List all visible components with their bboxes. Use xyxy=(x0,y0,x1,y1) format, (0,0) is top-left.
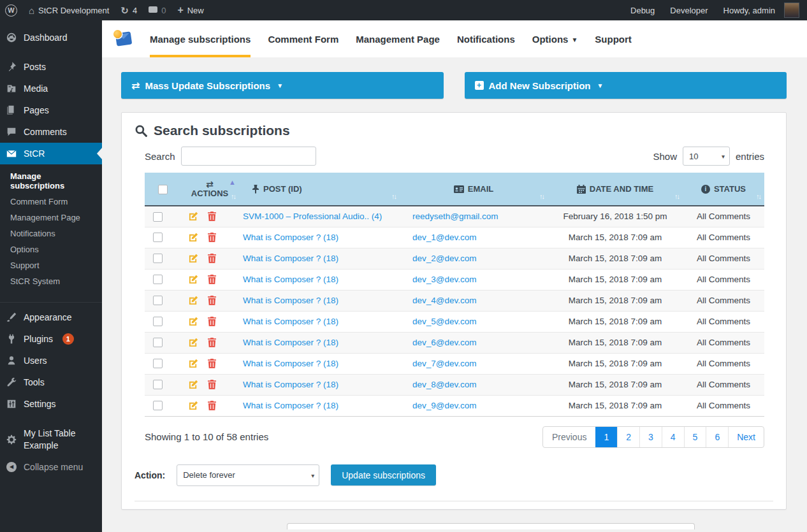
sort-arrows-icon[interactable]: ↑↓ xyxy=(391,192,396,200)
row-checkbox[interactable] xyxy=(153,338,163,347)
post-link[interactable]: What is Composer ? (18) xyxy=(243,380,338,389)
edit-icon[interactable] xyxy=(189,212,198,221)
pagination-page-4[interactable]: 4 xyxy=(662,427,684,447)
edit-icon[interactable] xyxy=(189,233,198,242)
sidebar-item-my-list-table-example[interactable]: My List Table Example xyxy=(0,422,102,457)
edit-icon[interactable] xyxy=(189,359,198,368)
post-link[interactable]: What is Composer ? (18) xyxy=(243,275,338,284)
submenu-item-support[interactable]: Support xyxy=(8,257,96,273)
delete-icon[interactable] xyxy=(208,254,216,263)
edit-icon[interactable] xyxy=(189,338,198,347)
email-link[interactable]: dev_8@dev.com xyxy=(412,380,477,389)
email-link[interactable]: reedyseth@gmail.com xyxy=(412,212,498,221)
sidebar-item-settings[interactable]: Settings xyxy=(0,393,102,415)
pagination-next[interactable]: Next xyxy=(728,427,764,447)
sidebar-item-stcr[interactable]: StCR xyxy=(0,143,102,164)
post-link[interactable]: What is Composer ? (18) xyxy=(243,317,338,326)
column-header-actions[interactable]: ⇄ ACTIONS ▲ ↑↓ xyxy=(180,173,239,206)
delete-icon[interactable] xyxy=(208,401,216,410)
wordpress-logo-menu[interactable]: W xyxy=(5,4,17,17)
edit-icon[interactable] xyxy=(189,296,198,305)
email-link[interactable]: dev_6@dev.com xyxy=(412,338,477,347)
pagination-page-5[interactable]: 5 xyxy=(684,427,706,447)
post-link[interactable]: What is Composer ? (18) xyxy=(243,233,338,242)
email-link[interactable]: dev_2@dev.com xyxy=(412,254,477,263)
sidebar-item-posts[interactable]: Posts xyxy=(0,56,102,78)
sidebar-item-pages[interactable]: Pages xyxy=(0,99,102,121)
submenu-item-manage-subscriptions[interactable]: Manage subscriptions xyxy=(8,168,78,194)
update-subscriptions-button[interactable]: Update subscriptions xyxy=(331,464,436,485)
post-link[interactable]: What is Composer ? (18) xyxy=(243,254,338,263)
pagination-page-2[interactable]: 2 xyxy=(617,427,639,447)
post-link[interactable]: What is Composer ? (18) xyxy=(243,359,338,368)
comments-link[interactable]: 0 xyxy=(149,6,166,15)
pagination-previous[interactable]: Previous xyxy=(543,427,595,447)
debug-link[interactable]: Debug xyxy=(630,6,655,15)
delete-icon[interactable] xyxy=(208,380,216,389)
column-header-status[interactable]: i STATUS ↑↓ xyxy=(683,173,764,206)
submenu-item-stcr-system[interactable]: StCR System xyxy=(8,273,96,289)
bulk-action-select[interactable]: Delete forever xyxy=(177,464,319,486)
post-link[interactable]: What is Composer ? (18) xyxy=(243,296,338,305)
row-checkbox[interactable] xyxy=(153,380,163,389)
submenu-item-comment-form[interactable]: Comment Form xyxy=(8,194,96,210)
submenu-item-notifications[interactable]: Notifications xyxy=(8,226,96,241)
column-header-post[interactable]: POST (ID) ↑↓ xyxy=(239,173,400,206)
sidebar-item-media[interactable]: Media xyxy=(0,78,102,99)
delete-icon[interactable] xyxy=(208,233,216,242)
new-content-link[interactable]: + New xyxy=(177,5,203,15)
sidebar-item-tools[interactable]: Tools xyxy=(0,371,102,393)
row-checkbox[interactable] xyxy=(153,359,163,368)
submenu-item-options[interactable]: Options xyxy=(8,241,96,257)
sidebar-item-comments[interactable]: Comments xyxy=(0,121,102,143)
delete-icon[interactable] xyxy=(208,338,216,347)
tab-support[interactable]: Support xyxy=(595,20,632,57)
mass-update-subscriptions-button[interactable]: ⇄ Mass Update Subscriptions ▼ xyxy=(121,72,444,99)
column-header-email[interactable]: EMAIL ↑↓ xyxy=(400,173,548,206)
row-checkbox[interactable] xyxy=(153,233,163,242)
sidebar-item-users[interactable]: Users xyxy=(0,350,102,371)
pagination-page-1[interactable]: 1 xyxy=(595,427,617,447)
sort-arrows-icon[interactable]: ↑↓ xyxy=(674,192,679,200)
search-input[interactable] xyxy=(181,147,316,166)
row-checkbox[interactable] xyxy=(153,254,163,263)
per-page-select[interactable]: 10 xyxy=(683,147,730,166)
delete-icon[interactable] xyxy=(208,275,216,284)
sort-arrows-icon[interactable]: ↑↓ xyxy=(231,192,235,200)
email-link[interactable]: dev_9@dev.com xyxy=(412,401,477,410)
sidebar-item-appearance[interactable]: Appearance xyxy=(0,306,102,328)
edit-icon[interactable] xyxy=(189,254,198,263)
tab-comment-form[interactable]: Comment Form xyxy=(268,20,338,57)
account-menu[interactable]: Howdy, admin xyxy=(723,3,799,18)
email-link[interactable]: dev_3@dev.com xyxy=(412,275,477,284)
sort-ascending-icon[interactable]: ▲ xyxy=(229,178,236,186)
tab-notifications[interactable]: Notifications xyxy=(457,20,515,57)
post-link[interactable]: What is Composer ? (18) xyxy=(243,401,338,410)
add-new-subscription-button[interactable]: + Add New Subscription ▼ xyxy=(465,72,787,99)
email-link[interactable]: dev_7@dev.com xyxy=(412,359,477,368)
sidebar-item-plugins[interactable]: Plugins 1 xyxy=(0,328,102,350)
pagination-page-3[interactable]: 3 xyxy=(639,427,662,447)
sort-arrows-icon[interactable]: ↑↓ xyxy=(539,192,544,200)
post-link[interactable]: What is Composer ? (18) xyxy=(243,338,338,347)
delete-icon[interactable] xyxy=(208,317,216,326)
delete-icon[interactable] xyxy=(208,212,216,221)
email-link[interactable]: dev_4@dev.com xyxy=(412,296,477,305)
tab-options[interactable]: Options ▼ xyxy=(532,20,578,57)
email-link[interactable]: dev_1@dev.com xyxy=(412,233,477,242)
row-checkbox[interactable] xyxy=(153,212,163,222)
pagination-page-6[interactable]: 6 xyxy=(706,427,728,447)
collapse-menu-button[interactable]: ◀ Collapse menu xyxy=(0,457,102,477)
row-checkbox[interactable] xyxy=(153,317,163,326)
developer-link[interactable]: Developer xyxy=(670,6,708,15)
row-checkbox[interactable] xyxy=(153,401,163,410)
edit-icon[interactable] xyxy=(189,275,198,284)
post-link[interactable]: SVM-1000 – Professional Audio.. (4) xyxy=(243,212,382,221)
select-all-checkbox[interactable] xyxy=(158,185,168,194)
edit-icon[interactable] xyxy=(189,317,198,326)
row-checkbox[interactable] xyxy=(153,275,163,284)
tab-manage-subscriptions[interactable]: Manage subscriptions xyxy=(150,20,251,57)
row-checkbox[interactable] xyxy=(153,296,163,305)
edit-icon[interactable] xyxy=(189,380,198,389)
column-header-date[interactable]: DATE AND TIME ↑↓ xyxy=(548,173,683,206)
